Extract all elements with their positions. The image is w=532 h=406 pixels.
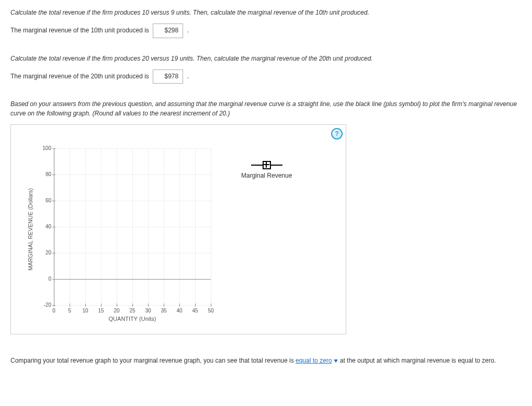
final-part2: at the output at which marginal revenue … xyxy=(340,357,496,364)
question-2-answer: The marginal revenue of the 20th unit pr… xyxy=(10,69,522,84)
q1-prefix: The marginal revenue of the 10th unit pr… xyxy=(10,27,149,34)
dropdown-value-text: equal to zero xyxy=(296,355,332,367)
q2-input[interactable]: $978 xyxy=(153,69,183,84)
final-part1: Comparing your total revenue graph to yo… xyxy=(10,357,296,364)
x-tick: 30 xyxy=(143,308,153,314)
question-1-answer: The marginal revenue of the 10th unit pr… xyxy=(10,24,522,38)
plot-area[interactable]: -2002040608010005101520253035404550 xyxy=(54,148,211,305)
q1-suffix: . xyxy=(187,27,189,34)
x-tick: 40 xyxy=(174,308,185,314)
y-tick: -20 xyxy=(36,302,51,308)
question-3-prompt: Based on your answers from the previous … xyxy=(10,99,522,118)
final-statement: Comparing your total revenue graph to yo… xyxy=(10,355,522,367)
y-tick: 100 xyxy=(36,145,51,151)
question-2-prompt: Calculate the total revenue if the firm … xyxy=(10,54,522,63)
y-tick: 60 xyxy=(36,198,51,203)
y-axis-label-text: MARGINAL REVENUE (Dollars) xyxy=(27,188,33,271)
y-axis-title: MARGINAL REVENUE (Dollars) xyxy=(27,125,34,334)
x-tick: 45 xyxy=(190,308,200,314)
x-tick: 5 xyxy=(64,308,75,314)
x-tick: 25 xyxy=(127,308,138,314)
x-tick: 20 xyxy=(111,308,122,314)
legend-label: Marginal Revenue xyxy=(241,172,292,179)
y-tick: 0 xyxy=(36,276,51,282)
x-axis-title: QUANTITY (Units) xyxy=(54,316,211,322)
help-icon[interactable]: ? xyxy=(331,128,343,140)
legend-marginal-revenue[interactable]: Marginal Revenue xyxy=(241,161,292,179)
chevron-down-icon xyxy=(334,359,338,363)
x-tick: 50 xyxy=(206,308,216,314)
graph-container: ? MARGINAL REVENUE (Dollars) QUANTITY (U… xyxy=(10,124,346,334)
y-tick: 40 xyxy=(36,224,51,229)
q2-suffix: . xyxy=(187,73,189,80)
q1-input[interactable]: $298 xyxy=(153,24,183,38)
x-tick: 15 xyxy=(96,308,106,314)
question-1-prompt: Calculate the total revenue if the firm … xyxy=(10,8,522,17)
dropdown-total-revenue[interactable]: equal to zero xyxy=(296,355,338,367)
x-tick: 10 xyxy=(80,308,90,314)
y-tick: 80 xyxy=(36,171,51,177)
plus-line-icon xyxy=(246,161,288,169)
y-tick: 20 xyxy=(36,250,51,256)
x-tick: 35 xyxy=(159,308,169,314)
q2-prefix: The marginal revenue of the 20th unit pr… xyxy=(10,73,149,80)
x-tick: 0 xyxy=(49,308,59,314)
